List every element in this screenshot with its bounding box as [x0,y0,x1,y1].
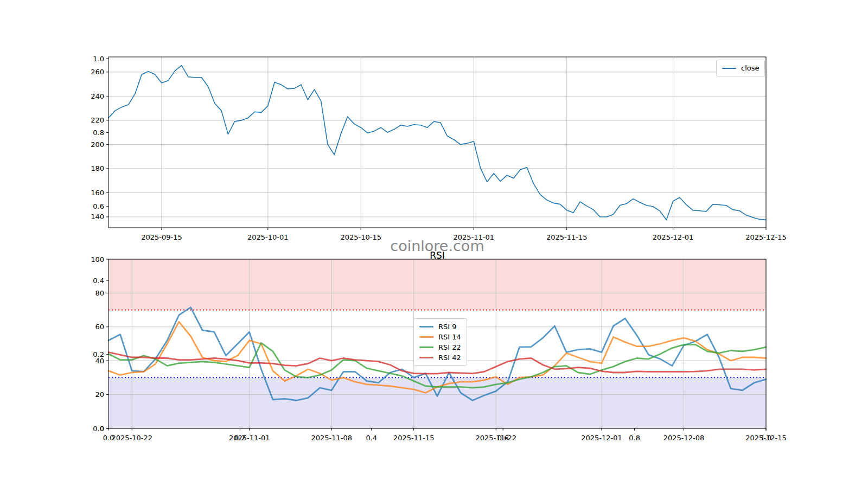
y-tick-label: 100 [91,255,104,264]
x-tick-label: 2025-11-01 [454,233,495,241]
legend-item-rsi-14: RSI 14 [419,332,461,342]
y-tick-label: 20 [95,390,104,399]
rsi-legend: RSI 9RSI 14RSI 22RSI 42 [413,318,467,366]
overlay-x-tick-label: 0.8 [629,434,640,442]
x-tick-label: 2025-12-01 [581,434,622,442]
x-tick-label: 2025-12-08 [663,434,705,442]
overlay-y-tick-label: 0.2 [93,350,104,358]
legend-item-rsi-42: RSI 42 [419,352,461,363]
figure-canvas: 2025-09-152025-10-012025-10-152025-11-01… [0,0,868,488]
overlay-x-tick-label: 0.2 [234,434,246,442]
y-tick-label: 160 [91,189,104,197]
x-tick-label: 2025-11-15 [546,233,588,241]
overbought-band [108,259,766,310]
y-tick-label: 180 [91,164,104,172]
overlay-y-tick-label: 0.8 [93,129,104,137]
legend-line-swatch [419,326,433,328]
legend-item-close: close [722,63,759,73]
legend-line-swatch [419,336,433,338]
x-tick-label: 2025-09-15 [141,233,182,241]
overlay-y-tick-label: 1.0 [93,55,104,63]
overlay-x-tick-label: 1.0 [761,434,772,442]
legend-item-rsi-9: RSI 9 [419,322,461,332]
x-tick-label: 2025-12-01 [653,233,694,241]
legend-line-swatch [419,357,433,358]
overlay-x-tick-label: 0.0 [103,434,114,442]
legend-item-rsi-22: RSI 22 [419,342,461,352]
price-axes-frame [108,57,766,228]
legend-label: RSI 42 [438,354,461,362]
x-tick-label: 2025-11-15 [393,434,435,442]
y-tick-label: 220 [91,116,104,124]
y-tick-label: 60 [95,323,104,331]
overlay-y-tick-label: 0.0 [93,425,104,433]
overlay-y-tick-label: 0.6 [93,202,104,210]
price-legend: close [716,60,765,76]
y-tick-label: 80 [95,289,104,297]
legend-label: RSI 22 [438,343,461,351]
x-tick-label: 2025-10-15 [340,233,381,241]
x-tick-label: 2025-10-01 [247,233,289,241]
y-tick-label: 200 [91,140,104,149]
x-tick-label: 2025-11-08 [311,434,352,442]
x-tick-label: 2025-10-22 [112,434,153,442]
overlay-x-tick-label: 0.6 [497,434,509,442]
overlay-y-tick-label: 0.4 [93,277,104,285]
x-tick-label: 2025-11-22 [475,434,516,442]
close-line [108,66,766,220]
x-tick-label: 2025-12-15 [745,233,787,241]
oversold-band [108,377,766,428]
legend-line-swatch [419,346,433,348]
y-tick-label: 240 [91,92,104,100]
y-tick-label: 260 [91,68,104,76]
legend-label: RSI 14 [438,333,461,341]
y-tick-label: 140 [91,213,104,221]
legend-line-swatch [722,68,736,69]
legend-label: close [741,64,759,72]
legend-label: RSI 9 [438,323,457,331]
overlay-x-tick-label: 0.4 [366,434,377,442]
